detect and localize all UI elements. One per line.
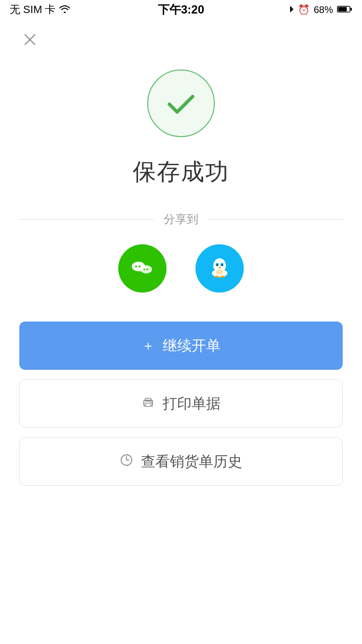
success-icon-container	[147, 70, 215, 137]
alarm-icon: ⏰	[298, 4, 310, 15]
history-button[interactable]: 查看销货单历史	[19, 437, 343, 486]
wifi-icon	[59, 3, 70, 16]
close-button[interactable]	[19, 29, 41, 50]
continue-order-button[interactable]: ＋ 继续开单	[19, 322, 343, 370]
share-label: 分享到	[164, 211, 198, 227]
wechat-icon	[129, 255, 156, 282]
svg-point-10	[146, 268, 148, 270]
print-label: 打印单据	[163, 394, 221, 414]
svg-point-24	[151, 401, 152, 402]
wechat-share-button[interactable]	[118, 244, 167, 293]
qq-icon	[206, 255, 233, 282]
svg-point-7	[135, 266, 137, 267]
battery-icon	[337, 4, 352, 15]
printer-icon	[141, 395, 155, 412]
actions-section: ＋ 继续开单 打印单据 查看销货单历史	[19, 322, 343, 486]
svg-rect-1	[338, 7, 347, 11]
continue-order-label: 继续开单	[163, 336, 221, 356]
sim-status: 无 SIM 卡	[10, 2, 56, 17]
svg-point-18	[216, 269, 223, 275]
svg-rect-23	[145, 403, 151, 406]
share-divider-left	[19, 219, 154, 220]
share-icons-row	[19, 244, 343, 293]
svg-point-15	[217, 264, 218, 266]
history-label: 查看销货单历史	[141, 452, 242, 472]
svg-point-17	[218, 267, 221, 268]
svg-point-19	[214, 276, 219, 278]
success-title: 保存成功	[133, 156, 229, 187]
svg-point-20	[220, 276, 225, 278]
print-button[interactable]: 打印单据	[19, 379, 343, 428]
history-icon	[120, 453, 133, 470]
svg-rect-2	[350, 8, 352, 11]
svg-point-9	[143, 268, 145, 270]
main-content: 保存成功 分享到	[0, 60, 362, 644]
status-right: ⏰ 68%	[286, 4, 352, 15]
location-icon	[286, 4, 294, 15]
share-divider-row: 分享到	[19, 211, 343, 227]
status-time: 下午3:20	[158, 2, 204, 17]
status-bar: 无 SIM 卡 下午3:20 ⏰ 68%	[0, 0, 362, 19]
close-area	[0, 19, 362, 60]
plus-icon: ＋	[141, 336, 155, 355]
qq-share-button[interactable]	[195, 244, 244, 293]
battery-percent: 68%	[314, 4, 333, 15]
svg-point-16	[222, 264, 223, 266]
svg-point-6	[140, 266, 152, 274]
svg-point-8	[139, 266, 140, 267]
checkmark-icon	[164, 86, 198, 121]
svg-rect-22	[145, 398, 151, 401]
share-section: 分享到	[19, 211, 343, 293]
status-left: 无 SIM 卡	[10, 2, 70, 17]
share-divider-right	[208, 219, 343, 220]
